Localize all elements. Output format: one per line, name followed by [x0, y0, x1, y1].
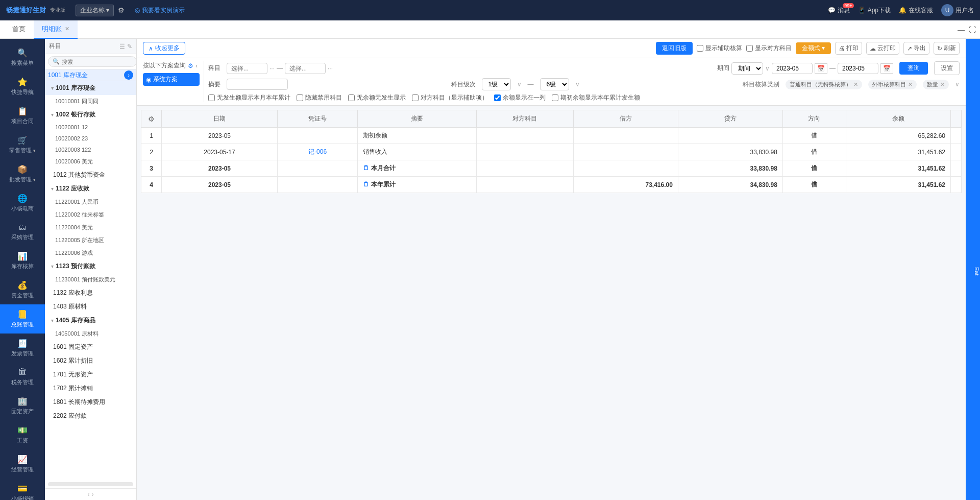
nav-purchase[interactable]: 🗂 采购管理	[0, 218, 45, 246]
demo-link[interactable]: ◎我要看实例演示	[135, 6, 827, 15]
nav-tax[interactable]: 🏛 税务管理	[0, 363, 45, 391]
table-settings-icon[interactable]: ⚙	[148, 115, 155, 123]
account-item-1601[interactable]: 1601 固定资产	[45, 340, 136, 354]
tab-close-icon[interactable]: ✕	[65, 26, 69, 32]
account-item-1701[interactable]: 1701 无形资产	[45, 368, 136, 382]
checkbox-no-balance-show[interactable]: 无余额无发生显示	[348, 93, 406, 102]
cell-voucher-2[interactable]: 记-006	[278, 144, 358, 160]
account-item-11220005[interactable]: 11220005 所在地区	[45, 234, 136, 247]
tree-next-icon[interactable]: ›	[92, 491, 94, 498]
account-item-1801[interactable]: 1801 长期待摊费用	[45, 395, 136, 409]
account-item-1012[interactable]: 1012 其他货币资金	[45, 168, 136, 182]
account-item-1403[interactable]: 1403 原材料	[45, 300, 136, 314]
checkbox-no-balance-show-input[interactable]	[348, 94, 355, 101]
system-scheme-btn[interactable]: ◉ 系统方案	[143, 73, 200, 86]
nav-retail[interactable]: 🛒 零售管理 ▾	[0, 130, 45, 159]
print-btn[interactable]: 🖨 打印	[835, 42, 862, 55]
tab-minimize-icon[interactable]: —	[958, 26, 965, 34]
calendar-start-icon[interactable]: 📅	[815, 63, 827, 74]
export-btn[interactable]: ↗ 导出	[903, 42, 929, 55]
nav-finance[interactable]: 💰 资金管理	[0, 275, 45, 304]
show-opposite-checkbox[interactable]: 显示对方科目	[746, 44, 792, 53]
subject-start-input[interactable]	[227, 63, 267, 74]
nav-salary[interactable]: 💵 工资	[0, 420, 45, 449]
account-item-11230001[interactable]: 11230001 预付账款美元	[45, 273, 136, 286]
filter-collapse-icon[interactable]: ‹	[195, 62, 198, 69]
account-item-10020001[interactable]: 10020001 12	[45, 122, 136, 133]
account-item-1002[interactable]: ▾ 1002 银行存款	[45, 108, 136, 122]
checkbox-hide-disabled[interactable]: 隐藏禁用科目	[297, 93, 342, 102]
period-start-input[interactable]	[772, 63, 813, 74]
nav-assets[interactable]: 🏢 固定资产	[0, 391, 45, 420]
account-item-1132[interactable]: 1132 应收利息	[45, 286, 136, 300]
collapse-more-btn[interactable]: ∧ 收起更多	[143, 42, 185, 55]
nav-project[interactable]: 📋 项目合同	[0, 101, 45, 130]
subject-level-start-select[interactable]: 1级	[482, 78, 511, 90]
tab-maximize-icon[interactable]: ⛶	[969, 26, 976, 34]
checkbox-opposite-subject-input[interactable]	[412, 94, 419, 101]
show-helper-input[interactable]	[697, 45, 703, 52]
account-list-icon[interactable]: ☰	[119, 43, 125, 50]
user-avatar[interactable]: U 用户名	[941, 4, 974, 16]
nav-quick[interactable]: ⭐ 快捷导航	[0, 72, 45, 101]
subject-end-input[interactable]	[285, 63, 326, 74]
format-btn[interactable]: 金额式 ▾	[796, 42, 831, 54]
remove-foreign-tag-btn[interactable]: ✕	[908, 81, 913, 88]
account-item-10010001[interactable]: 10010001 同同同	[45, 95, 136, 108]
account-item-11220001[interactable]: 11220001 人民币	[45, 196, 136, 208]
cloud-print-btn[interactable]: ☁ 云打印	[866, 42, 899, 55]
account-item-11220004[interactable]: 11220004 美元	[45, 221, 136, 234]
account-item-10020006[interactable]: 10020006 美元	[45, 155, 136, 168]
account-item-10020002[interactable]: 10020002 23	[45, 133, 136, 144]
checkbox-opening-balance[interactable]: 期初余额显示本年累计发生额	[552, 93, 640, 102]
checkbox-balance-column-input[interactable]	[494, 94, 501, 101]
account-item-2202[interactable]: 2202 应付款	[45, 409, 136, 423]
subject-level-end-select[interactable]: 6级	[540, 78, 569, 90]
account-item-1702[interactable]: 1702 累计摊销	[45, 382, 136, 395]
account-search-input[interactable]	[62, 59, 132, 65]
account-edit-icon[interactable]: ✎	[127, 43, 132, 50]
checkbox-hide-disabled-input[interactable]	[297, 94, 303, 101]
account-item-1602[interactable]: 1602 累计折旧	[45, 354, 136, 368]
checkbox-opposite-subject[interactable]: 对方科目（显示辅助项）	[412, 93, 488, 102]
nav-ecommerce[interactable]: 🌐 小畅电商	[0, 188, 45, 218]
checkbox-no-balance-input[interactable]	[208, 94, 215, 101]
remove-quantity-tag-btn[interactable]: ✕	[940, 81, 945, 88]
nav-ledger[interactable]: 📒 总账管理	[0, 304, 45, 334]
checkbox-no-balance[interactable]: 无发生额显示本月本年累计	[208, 93, 290, 102]
settings-btn[interactable]: 设置	[934, 61, 960, 75]
nav-management[interactable]: 📈 经营管理	[0, 449, 45, 479]
right-assistant-panel[interactable]: Eat	[966, 39, 980, 500]
nav-invoice[interactable]: 🧾 发票管理	[0, 334, 45, 363]
calendar-end-icon[interactable]: 📅	[880, 63, 893, 74]
remove-normal-tag-btn[interactable]: ✕	[853, 81, 858, 88]
query-btn[interactable]: 查询	[899, 62, 928, 75]
account-item-1123[interactable]: ▾ 1123 预付账款	[45, 259, 136, 273]
voucher-link-2[interactable]: 记-006	[308, 148, 327, 155]
nav-search[interactable]: 🔍 搜索菜单	[0, 43, 45, 72]
account-item-1122[interactable]: ▾ 1122 应收款	[45, 182, 136, 196]
online-service-btn[interactable]: 🔔 在线客服	[899, 6, 933, 15]
tab-detail[interactable]: 明细账 ✕	[34, 20, 78, 39]
message-btn[interactable]: 💬 消息 99+	[828, 6, 850, 15]
account-item-1001[interactable]: ▾ 1001 库存现金	[45, 81, 136, 95]
tree-prev-icon[interactable]: ‹	[88, 491, 90, 498]
nav-wholesale[interactable]: 📦 批发管理 ▾	[0, 159, 45, 188]
subject-type-dropdown-icon[interactable]: ∨	[955, 81, 960, 88]
account-scrollbar[interactable]	[48, 482, 133, 486]
account-item-10020003[interactable]: 10020003 122	[45, 144, 136, 155]
tab-home[interactable]: 首页	[4, 20, 34, 39]
show-helper-checkbox[interactable]: 显示辅助核算	[697, 44, 742, 53]
period-end-input[interactable]	[838, 63, 878, 74]
account-item-11220006[interactable]: 11220006 游戏	[45, 247, 136, 259]
nav-inventory[interactable]: 📊 库存核算	[0, 246, 45, 275]
app-download-btn[interactable]: 📱 App下载	[858, 6, 891, 15]
account-item-11220002[interactable]: 11220002 往来标签	[45, 208, 136, 221]
checkbox-balance-column[interactable]: 余额显示在一列	[494, 93, 546, 102]
summary-input[interactable]	[227, 79, 288, 90]
account-item-14050001[interactable]: 14050001 原材料	[45, 327, 136, 340]
filter-settings-icon[interactable]: ⚙	[188, 62, 193, 69]
settings-icon[interactable]: ⚙	[118, 6, 125, 14]
back-old-version-btn[interactable]: 返回旧版	[656, 42, 693, 55]
checkbox-opening-balance-input[interactable]	[552, 94, 558, 101]
